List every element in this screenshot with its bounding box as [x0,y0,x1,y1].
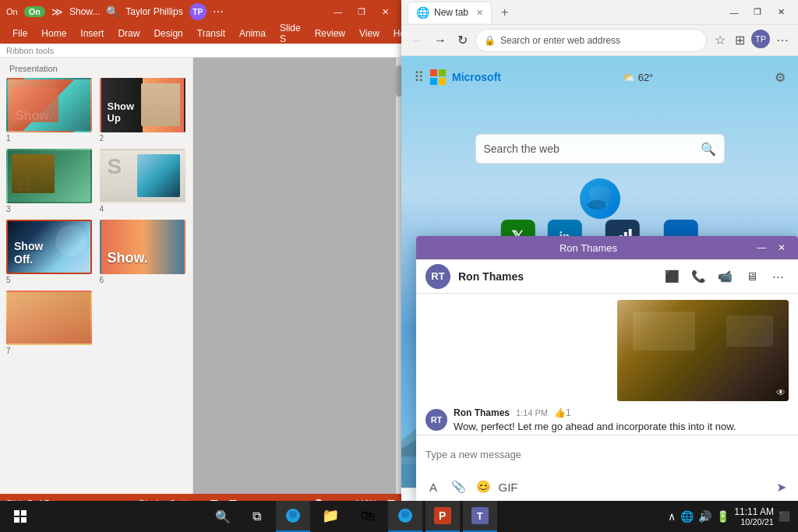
slide-thumb-2[interactable]: ShowUp [100,78,185,132]
ppt-menubar: File Home Insert Draw Design Transit Ani… [0,23,402,44]
new-tab-button[interactable]: + [496,4,513,21]
teams-titlebar: Ron Thames — ✕ [416,236,798,259]
favorites-icon[interactable]: ☆ [711,30,729,51]
start-button[interactable] [5,501,36,532]
forward-button[interactable]: → [431,30,450,51]
menu-view[interactable]: View [353,26,386,41]
slide-thumb-4[interactable]: S [100,149,185,203]
slide-thumb-7[interactable] [6,291,92,345]
taskbar-explorer[interactable]: 📁 [313,501,348,532]
slide-thumb-1[interactable]: Show. [6,78,92,132]
teams-shared-image: 👁 [617,300,789,401]
taskbar-edge[interactable] [276,501,310,532]
store-icon: 🛍 [361,508,375,524]
clock-area[interactable]: 11:11 AM 10/20/21 [734,506,774,527]
ms-grid-icon[interactable]: ⠿ [414,69,424,86]
edge-taskbar-icon [285,508,301,523]
nt-search-box[interactable]: Search the web 🔍 [475,134,725,164]
refresh-button[interactable]: ↻ [454,30,471,51]
taskbar-teams[interactable]: T [463,501,497,532]
attach-icon[interactable]: 📎 [447,476,469,498]
seen-indicator: 👁 [776,387,786,398]
slide-thumb-6[interactable]: Show. [100,220,185,274]
weather-widget[interactable]: ⛅ 62° [623,72,654,83]
maximize-button[interactable]: ❐ [351,3,373,20]
taskbar-taskview[interactable]: ⧉ [242,501,273,532]
video-call-icon[interactable]: 📹 [714,266,736,287]
profile-icon[interactable]: TP [751,30,770,48]
teams-message-body[interactable]: 👁 RT Ron Thames 1:14 PM 👍1 Wow, perfect!… [416,294,798,435]
chat-popup-icon[interactable]: ⬛ [661,266,683,287]
notification-icon[interactable]: ⬛ [779,511,790,522]
svg-rect-6 [430,78,437,85]
nt-settings-icon[interactable]: ⚙ [775,70,786,85]
taskbar-edge2[interactable] [388,501,422,532]
close-button[interactable]: ✕ [374,3,396,20]
message-header: Ron Thames 1:14 PM 👍1 [454,407,789,418]
battery-icon[interactable]: 🔋 [716,510,729,523]
taskbar-search-icon: 🔍 [215,509,231,524]
minimize-button[interactable]: — [327,3,349,20]
address-bar[interactable]: 🔒 Search or enter web address [475,29,707,52]
browser-maximize[interactable]: ❐ [747,5,768,20]
autosave-label: On [6,7,18,16]
slide-item-2: ShowUp 2 [100,78,187,143]
slide-number-6: 6 [100,276,104,284]
settings-icon[interactable]: ⋯ [773,30,792,51]
more-options-icon[interactable]: ⋯ [767,266,789,287]
teams-input-area[interactable] [416,435,798,473]
teams-close[interactable]: ✕ [773,239,790,256]
nt-search-area: Search the web 🔍 [475,134,725,164]
browser-close[interactable]: ✕ [770,5,792,20]
teams-footer: A 📎 😊 GIF ➤ [416,435,798,501]
user-avatar[interactable]: TP [189,3,207,20]
format-icon[interactable]: A [422,476,444,498]
menu-review[interactable]: Review [309,26,351,41]
ppt-more-icon[interactable]: ⋯ [213,5,224,18]
nt-search-icon[interactable]: 🔍 [701,142,716,157]
svg-point-9 [588,200,606,210]
expand-icon[interactable]: ≫ [51,5,63,18]
taskbar-search[interactable]: 🔍 [207,501,238,532]
browser-tab-newtab[interactable]: 🌐 New tab ✕ [408,2,492,23]
taskbar-powerpoint[interactable]: P [425,501,460,532]
ppt-slide-panel[interactable]: Presentation Show. 1 ShowUp [0,58,193,494]
chevron-up-icon[interactable]: ∧ [668,510,676,523]
menu-insert[interactable]: Insert [74,26,110,41]
taskview-icon: ⧉ [252,509,261,523]
browser-minimize[interactable]: — [723,5,745,20]
volume-icon[interactable]: 🔊 [698,510,711,523]
taskbar-center: 🔍 ⧉ 📁 🛍 P [207,501,497,532]
menu-file[interactable]: File [6,26,34,41]
gif-icon[interactable]: GIF [497,476,519,498]
menu-draw[interactable]: Draw [111,26,146,41]
ppt-editing-area[interactable] [193,58,402,494]
autosave-toggle[interactable]: On [24,6,45,17]
message-reaction: 👍1 [554,407,571,418]
emoji-icon[interactable]: 😊 [472,476,494,498]
teams-minimize[interactable]: — [753,239,770,256]
taskbar-store[interactable]: 🛍 [351,501,385,532]
teams-message-input[interactable] [425,442,789,467]
slide-thumb-3[interactable]: 11 [6,149,92,203]
slide-item-6: Show. 6 [100,220,187,284]
menu-slides[interactable]: Slide S [274,21,307,46]
menu-home[interactable]: Home [35,26,72,41]
menu-transit[interactable]: Transit [191,26,231,41]
audio-call-icon[interactable]: 📞 [687,266,709,287]
menu-design[interactable]: Design [147,26,189,41]
collections-icon[interactable]: ⊞ [732,30,748,51]
presentation-label: Presentation [6,64,186,73]
screen-share-icon[interactable]: 🖥 [740,266,762,287]
back-button[interactable]: ← [408,30,426,51]
teams-image-message: 👁 [425,300,789,401]
menu-anima[interactable]: Anima [233,26,272,41]
slide-thumb-5[interactable]: ShowOff. [6,220,92,274]
nt-search-placeholder: Search the web [484,143,694,155]
search-icon[interactable]: 🔍 [106,5,119,18]
slide-grid: Show. 1 ShowUp 2 [6,78,186,355]
message-content: Ron Thames 1:14 PM 👍1 Wow, perfect! Let … [454,407,789,434]
send-button[interactable]: ➤ [770,476,792,498]
tab-close-button[interactable]: ✕ [476,8,483,18]
network-icon[interactable]: 🌐 [680,510,694,523]
